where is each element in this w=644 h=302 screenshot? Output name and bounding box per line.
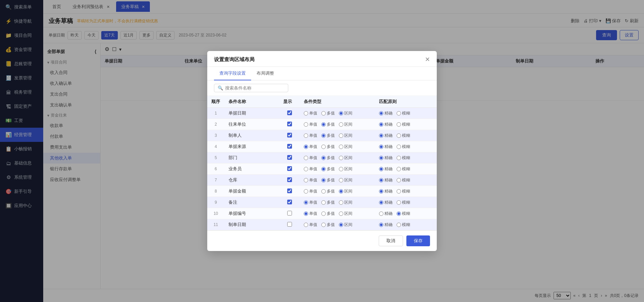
type-option-单值[interactable]: 单值 xyxy=(304,166,317,172)
table-row: 6业务员单值多值区间精确模糊 xyxy=(207,163,437,175)
show-checkbox[interactable] xyxy=(287,177,292,182)
type-option-区间[interactable]: 区间 xyxy=(339,133,352,139)
cell-order: 8 xyxy=(207,186,224,197)
th-match: 匹配原则 xyxy=(375,96,437,108)
match-option-模糊[interactable]: 模糊 xyxy=(397,177,410,183)
cell-show[interactable] xyxy=(279,130,300,141)
type-option-区间[interactable]: 区间 xyxy=(339,188,352,194)
type-option-区间[interactable]: 区间 xyxy=(339,211,352,217)
cell-show[interactable] xyxy=(279,197,300,208)
match-option-模糊[interactable]: 模糊 xyxy=(397,222,410,228)
type-option-单值[interactable]: 单值 xyxy=(304,155,317,161)
match-option-精确[interactable]: 精确 xyxy=(379,133,393,139)
type-option-单值[interactable]: 单值 xyxy=(304,177,317,183)
match-option-精确[interactable]: 精确 xyxy=(379,122,393,127)
match-option-精确[interactable]: 精确 xyxy=(379,188,393,194)
cell-show[interactable] xyxy=(279,175,300,186)
type-option-区间[interactable]: 区间 xyxy=(339,166,352,172)
cell-show[interactable] xyxy=(279,219,300,230)
match-option-精确[interactable]: 精确 xyxy=(379,222,393,228)
show-checkbox[interactable] xyxy=(287,122,292,126)
type-option-区间[interactable]: 区间 xyxy=(339,177,352,183)
type-option-区间[interactable]: 区间 xyxy=(339,222,352,228)
type-option-多值[interactable]: 多值 xyxy=(321,122,335,127)
type-option-单值[interactable]: 单值 xyxy=(304,211,317,217)
dialog-search-area: 🔍 xyxy=(207,80,437,96)
match-option-模糊[interactable]: 模糊 xyxy=(397,188,410,194)
type-option-多值[interactable]: 多值 xyxy=(321,177,335,183)
type-option-多值[interactable]: 多值 xyxy=(321,200,335,205)
cell-show[interactable] xyxy=(279,186,300,197)
match-option-精确[interactable]: 精确 xyxy=(379,177,393,183)
type-option-多值[interactable]: 多值 xyxy=(321,133,335,139)
match-option-模糊[interactable]: 模糊 xyxy=(397,211,410,217)
match-option-模糊[interactable]: 模糊 xyxy=(397,200,410,205)
type-option-多值[interactable]: 多值 xyxy=(321,188,335,194)
tab-query-fields[interactable]: 查询字段设置 xyxy=(214,67,251,80)
dialog-close-button[interactable]: ✕ xyxy=(425,56,430,63)
type-option-多值[interactable]: 多值 xyxy=(321,155,335,161)
dialog-table: 顺序 条件名称 显示 条件类型 匹配原则 1单据日期单值多值区间精确模糊2往来单… xyxy=(207,96,437,230)
type-option-区间[interactable]: 区间 xyxy=(339,110,352,116)
cell-match: 精确模糊 xyxy=(375,175,437,186)
cell-type: 单值多值区间 xyxy=(300,208,375,219)
cell-name: 制单人 xyxy=(224,130,279,141)
cell-order: 3 xyxy=(207,130,224,141)
search-input[interactable] xyxy=(225,85,285,91)
cell-show[interactable] xyxy=(279,119,300,130)
type-option-区间[interactable]: 区间 xyxy=(339,122,352,127)
match-option-精确[interactable]: 精确 xyxy=(379,200,393,205)
show-checkbox[interactable] xyxy=(287,155,292,160)
show-checkbox[interactable] xyxy=(287,200,292,204)
table-row: 7仓库单值多值区间精确模糊 xyxy=(207,175,437,186)
show-checkbox[interactable] xyxy=(287,144,292,149)
show-checkbox[interactable] xyxy=(287,166,292,171)
show-checkbox[interactable] xyxy=(287,133,292,137)
cell-type: 单值多值区间 xyxy=(300,152,375,163)
show-checkbox[interactable] xyxy=(287,110,292,115)
th-order: 顺序 xyxy=(207,96,224,108)
type-option-单值[interactable]: 单值 xyxy=(304,110,317,116)
cancel-button[interactable]: 取消 xyxy=(379,235,403,246)
match-option-模糊[interactable]: 模糊 xyxy=(397,110,410,116)
type-option-单值[interactable]: 单值 xyxy=(304,222,317,228)
tab-layout[interactable]: 布局调整 xyxy=(251,67,279,80)
type-option-区间[interactable]: 区间 xyxy=(339,155,352,161)
type-option-多值[interactable]: 多值 xyxy=(321,222,335,228)
match-option-模糊[interactable]: 模糊 xyxy=(397,166,410,172)
type-option-区间[interactable]: 区间 xyxy=(339,200,352,205)
match-option-模糊[interactable]: 模糊 xyxy=(397,155,410,161)
show-checkbox[interactable] xyxy=(287,222,292,227)
type-option-单值[interactable]: 单值 xyxy=(304,122,317,127)
show-checkbox[interactable] xyxy=(287,188,292,193)
match-option-精确[interactable]: 精确 xyxy=(379,155,393,161)
dialog-header: 设置查询区域布局 ✕ xyxy=(207,51,437,67)
match-option-模糊[interactable]: 模糊 xyxy=(397,144,410,150)
cell-show[interactable] xyxy=(279,152,300,163)
cell-show[interactable] xyxy=(279,208,300,219)
type-option-单值[interactable]: 单值 xyxy=(304,188,317,194)
match-option-精确[interactable]: 精确 xyxy=(379,166,393,172)
match-option-精确[interactable]: 精确 xyxy=(379,211,393,217)
type-option-多值[interactable]: 多值 xyxy=(321,110,335,116)
cell-show[interactable] xyxy=(279,108,300,119)
show-checkbox[interactable] xyxy=(287,211,292,216)
cell-match: 精确模糊 xyxy=(375,186,437,197)
match-option-模糊[interactable]: 模糊 xyxy=(397,122,410,127)
cell-show[interactable] xyxy=(279,163,300,175)
cell-order: 7 xyxy=(207,175,224,186)
type-option-多值[interactable]: 多值 xyxy=(321,166,335,172)
cell-show[interactable] xyxy=(279,141,300,152)
type-option-多值[interactable]: 多值 xyxy=(321,144,335,150)
match-option-精确[interactable]: 精确 xyxy=(379,110,393,116)
type-option-单值[interactable]: 单值 xyxy=(304,144,317,150)
type-option-多值[interactable]: 多值 xyxy=(321,211,335,217)
save-button[interactable]: 保存 xyxy=(406,235,430,246)
tab-layout-label: 布局调整 xyxy=(257,71,274,76)
match-option-模糊[interactable]: 模糊 xyxy=(397,133,410,139)
type-option-区间[interactable]: 区间 xyxy=(339,144,352,150)
dialog-footer: 取消 保存 xyxy=(207,230,437,251)
match-option-精确[interactable]: 精确 xyxy=(379,144,393,150)
type-option-单值[interactable]: 单值 xyxy=(304,200,317,205)
type-option-单值[interactable]: 单值 xyxy=(304,133,317,139)
